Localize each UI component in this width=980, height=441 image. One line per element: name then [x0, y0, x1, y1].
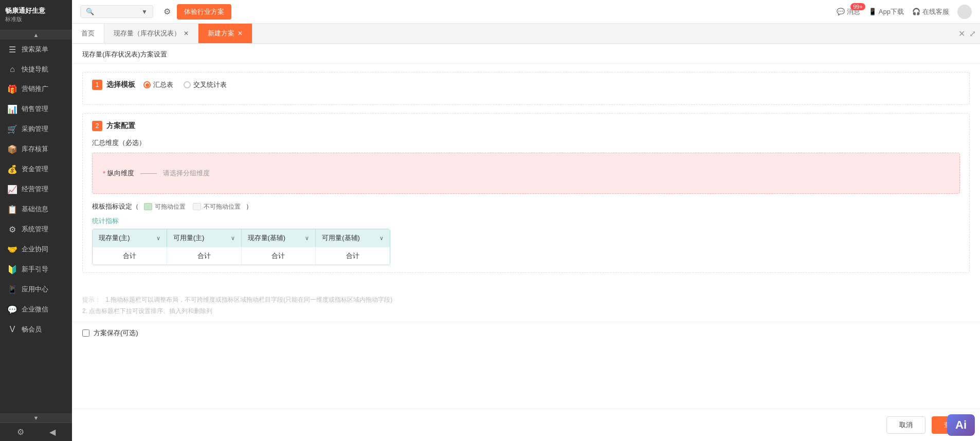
- dim-vertical-label: 纵向维度: [107, 169, 134, 178]
- sidebar-item-label: 经营管理: [22, 185, 48, 194]
- indicator-col-current-main[interactable]: 现存量(主) ∨: [93, 229, 167, 247]
- indicator-legend: 可拖动位置 不可拖动位置: [144, 203, 241, 211]
- tab-home[interactable]: 首页: [72, 24, 104, 43]
- col-available-aux-chevron[interactable]: ∨: [379, 235, 384, 242]
- dimension-area[interactable]: * 纵向维度 —— 请选择分组维度: [92, 153, 960, 194]
- cancel-button[interactable]: 取消: [886, 416, 925, 434]
- new-guide-icon: 🔰: [7, 265, 17, 274]
- tips-section: 提示： 1.拖动标题栏可以调整布局，不可跨维度或指标区域拖动栏目字段(只能在同一…: [72, 289, 980, 322]
- sidebar-item-search-menu[interactable]: ☰ 搜索菜单: [0, 40, 72, 60]
- sidebar-item-label: 企业微信: [22, 305, 48, 314]
- online-service-button[interactable]: 🎧 在线客服: [912, 7, 949, 16]
- col-available-main-chevron[interactable]: ∨: [231, 235, 235, 242]
- sidebar-item-label: 采购管理: [22, 124, 48, 134]
- message-badge: 99+: [850, 3, 865, 10]
- tab-inventory-close-icon[interactable]: ✕: [184, 30, 189, 37]
- sidebar-item-label: 企业协同: [22, 245, 48, 254]
- tab-inventory-status[interactable]: 现存量（库存状况表） ✕: [104, 24, 198, 43]
- sidebar-item-label: 销售管理: [22, 104, 48, 114]
- section-2-block: 2 方案配置 汇总维度（必选） * 纵向维度 —— 请选择分组维度 模: [82, 113, 970, 273]
- sidebar-menu: ☰ 搜索菜单 ⌂ 快捷导航 🎁 营销推广 📊 销售管理 🛒 采购管理 📦 库存核…: [0, 40, 72, 413]
- sidebar-item-sales[interactable]: 📊 销售管理: [0, 99, 72, 119]
- legend-fixed-label: 不可拖动位置: [204, 203, 241, 211]
- main-content: 🔍 ▼ ⚙ 体验行业方案 💬 消息 99+ 📱 App下载 🎧 在线客服: [72, 0, 980, 441]
- save-option: 方案保存(可选): [72, 322, 980, 344]
- col-current-aux-label: 现存量(基辅): [248, 233, 286, 243]
- stat-indicator-title: 统计指标: [92, 216, 960, 226]
- dim-placeholder: 请选择分组维度: [163, 169, 210, 178]
- tip2-text: 2. 点击标题栏下拉可设置排序、插入列和删除列: [82, 307, 212, 315]
- user-avatar[interactable]: [957, 5, 972, 19]
- tab-inventory-status-label: 现存量（库存状况表）: [114, 29, 180, 38]
- message-button[interactable]: 💬 消息 99+: [837, 7, 860, 16]
- search-input[interactable]: [97, 8, 138, 15]
- radio-summary[interactable]: 汇总表: [143, 80, 173, 89]
- topbar-left: 🔍 ▼ ⚙ 体验行业方案: [80, 4, 231, 20]
- col-available-main-label: 可用量(主): [173, 233, 205, 243]
- save-checkbox[interactable]: [82, 329, 89, 337]
- tab-window-btns: ✕ ⤢: [954, 29, 980, 39]
- save-option-label: 方案保存(可选): [94, 328, 138, 338]
- app-center-icon: 📱: [7, 285, 17, 295]
- trial-button[interactable]: 体验行业方案: [177, 4, 231, 20]
- sidebar-item-wechat[interactable]: 💬 企业微信: [0, 300, 72, 320]
- search-dropdown-icon[interactable]: ▼: [141, 8, 148, 15]
- page-panel: 现存量(库存状况表)方案设置 1 选择模板 汇总表: [72, 44, 980, 409]
- vip-icon: V: [7, 325, 17, 334]
- legend-draggable-item: 可拖动位置: [144, 203, 186, 211]
- sidebar-item-finance[interactable]: 💰 资金管理: [0, 159, 72, 179]
- footer-buttons: 取消 查询: [72, 409, 980, 441]
- sidebar-item-operations[interactable]: 📈 经营管理: [0, 179, 72, 199]
- sidebar-item-quick-nav[interactable]: ⌂ 快捷导航: [0, 60, 72, 79]
- data-cell-available-main: 合计: [167, 247, 242, 265]
- page-title: 现存量(库存状况表)方案设置: [72, 44, 980, 64]
- tab-new-scheme-close-icon[interactable]: ✕: [238, 30, 243, 37]
- sidebar-scroll-down[interactable]: ▼: [0, 413, 72, 422]
- content-area: 现存量(库存状况表)方案设置 1 选择模板 汇总表: [72, 44, 980, 409]
- sidebar-item-cooperation[interactable]: 🤝 企业协同: [0, 240, 72, 260]
- sidebar-item-label: 系统管理: [22, 225, 48, 234]
- sidebar-item-vip[interactable]: V 畅会员: [0, 320, 72, 339]
- sidebar-item-inventory[interactable]: 📦 库存核算: [0, 139, 72, 159]
- section-2-title: 方案配置: [106, 121, 135, 131]
- legend-fixed-item: 不可拖动位置: [193, 203, 241, 211]
- tab-new-scheme[interactable]: 新建方案 ✕: [198, 24, 252, 43]
- online-service-label: 在线客服: [922, 7, 949, 16]
- dim-required-mark: *: [103, 170, 105, 177]
- app-download-button[interactable]: 📱 App下载: [868, 7, 904, 16]
- ai-badge[interactable]: Ai: [947, 414, 975, 436]
- sidebar-scroll-up[interactable]: ▲: [0, 30, 72, 40]
- sidebar-item-basic-info[interactable]: 📋 基础信息: [0, 199, 72, 219]
- window-expand-icon[interactable]: ⤢: [969, 29, 976, 39]
- sidebar-item-label: 库存核算: [22, 144, 48, 154]
- window-close-icon[interactable]: ✕: [958, 29, 965, 39]
- indicator-col-available-aux[interactable]: 可用量(基辅) ∨: [316, 229, 390, 247]
- radio-cross-dot: [184, 81, 191, 88]
- topbar-search-box[interactable]: 🔍 ▼: [80, 5, 153, 18]
- sidebar-item-marketing[interactable]: 🎁 营销推广: [0, 79, 72, 99]
- topbar: 🔍 ▼ ⚙ 体验行业方案 💬 消息 99+ 📱 App下载 🎧 在线客服: [72, 0, 980, 24]
- indicator-col-current-aux[interactable]: 现存量(基辅) ∨: [242, 229, 316, 247]
- sidebar-item-app-center[interactable]: 📱 应用中心: [0, 280, 72, 300]
- cooperation-icon: 🤝: [7, 245, 17, 254]
- tabs-bar: 首页 现存量（库存状况表） ✕ 新建方案 ✕ ✕ ⤢: [72, 24, 980, 44]
- data-cell-available-aux: 合计: [316, 247, 390, 265]
- topbar-gear-icon[interactable]: ⚙: [164, 7, 171, 16]
- col-current-aux-chevron[interactable]: ∨: [305, 235, 309, 242]
- form-section: 1 选择模板 汇总表 交叉统计表: [72, 64, 980, 289]
- radio-cross[interactable]: 交叉统计表: [184, 80, 227, 89]
- indicator-col-available-main[interactable]: 可用量(主) ∨: [167, 229, 242, 247]
- legend-draggable-box: [144, 203, 152, 210]
- sales-icon: 📊: [7, 104, 17, 114]
- col-current-main-label: 现存量(主): [99, 233, 130, 243]
- sidebar-toggle-icon[interactable]: ◀: [49, 427, 56, 437]
- sidebar-item-purchase[interactable]: 🛒 采购管理: [0, 119, 72, 139]
- legend-draggable-label: 可拖动位置: [155, 203, 186, 211]
- sidebar-item-system[interactable]: ⚙ 系统管理: [0, 219, 72, 240]
- col-current-main-chevron[interactable]: ∨: [156, 235, 160, 242]
- purchase-icon: 🛒: [7, 124, 17, 134]
- operations-icon: 📈: [7, 185, 17, 194]
- sidebar-settings-icon[interactable]: ⚙: [17, 427, 24, 437]
- sidebar-item-new-guide[interactable]: 🔰 新手引导: [0, 260, 72, 280]
- radio-cross-label: 交叉统计表: [193, 80, 227, 89]
